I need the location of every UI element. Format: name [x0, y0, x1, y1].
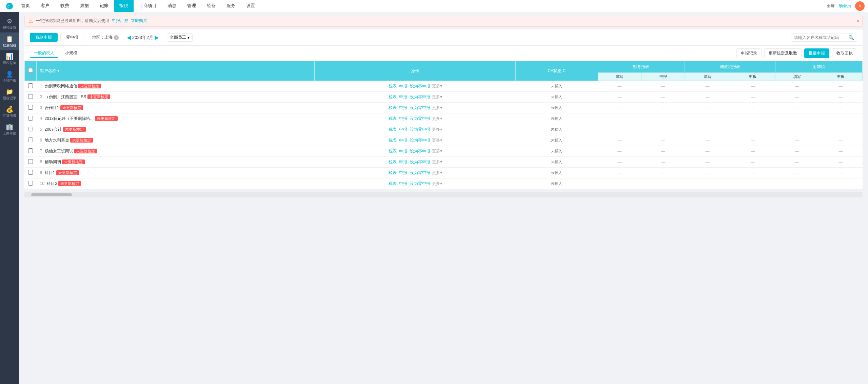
- cell-fin-fill: —: [598, 146, 641, 157]
- op-more[interactable]: 更多▾: [432, 149, 442, 153]
- avatar[interactable]: A: [855, 1, 865, 11]
- col-financial-report: 财务报表: [598, 61, 685, 73]
- row-checkbox[interactable]: [28, 94, 33, 99]
- cell-vat-dec: —: [730, 168, 775, 178]
- notice-close-btn[interactable]: ×: [856, 18, 860, 24]
- op-declare[interactable]: 申报: [399, 170, 407, 175]
- notice-text: 一键报税功能已过试用期，请购买后使用: [36, 18, 109, 24]
- row-checkbox[interactable]: [28, 83, 33, 88]
- row-checkbox[interactable]: [28, 170, 33, 175]
- op-zero-declare[interactable]: 设为零申报: [410, 127, 430, 132]
- tab-small-scale[interactable]: 小规模: [61, 49, 81, 58]
- sidebar-item-tax-record[interactable]: 📁 报税记录: [0, 85, 19, 103]
- op-tax-form[interactable]: 税表: [389, 159, 397, 164]
- region-info-icon[interactable]: i: [114, 35, 119, 40]
- op-more[interactable]: 更多▾: [432, 84, 442, 88]
- sidebar-item-tax-overview[interactable]: 📊 报税总览: [0, 50, 19, 68]
- row-checkbox[interactable]: [28, 159, 33, 164]
- cell-vat-fill: —: [685, 124, 730, 135]
- op-zero-declare[interactable]: 设为零申报: [410, 138, 430, 143]
- op-tax-form[interactable]: 税表: [389, 170, 397, 175]
- op-declare[interactable]: 申报: [399, 181, 407, 186]
- nav-client[interactable]: 客户: [35, 0, 55, 12]
- op-tax-form[interactable]: 税表: [389, 105, 397, 110]
- op-more[interactable]: 更多▾: [432, 170, 442, 175]
- history-btn[interactable]: 申报记录: [736, 48, 762, 58]
- select-all-checkbox[interactable]: [28, 68, 33, 73]
- nav-settings[interactable]: 设置: [241, 0, 260, 12]
- row-checkbox[interactable]: [28, 137, 33, 142]
- row-checkbox[interactable]: [28, 181, 33, 186]
- nav-message[interactable]: 消息: [162, 0, 182, 12]
- op-declare[interactable]: 申报: [399, 84, 407, 88]
- op-declare[interactable]: 申报: [399, 149, 407, 153]
- op-more[interactable]: 更多▾: [432, 116, 442, 121]
- row-checkbox[interactable]: [28, 105, 33, 110]
- op-tax-form[interactable]: 税表: [389, 84, 397, 88]
- nav-tax[interactable]: 报税: [114, 0, 134, 12]
- sidebar-item-batch-tax[interactable]: 📋 批量报税: [0, 33, 19, 50]
- op-declare[interactable]: 申报: [399, 105, 407, 110]
- month-next-btn[interactable]: ▶: [155, 34, 159, 41]
- cell-client-name: 2 （勿删）江西股宝-LSS 未更新核定: [37, 92, 315, 103]
- op-zero-declare[interactable]: 设为零申报: [410, 170, 430, 175]
- op-tax-form[interactable]: 税表: [389, 181, 397, 186]
- sidebar-item-personal-tax[interactable]: 👤 个税申报: [0, 68, 19, 85]
- search-icon[interactable]: 🔍: [848, 35, 854, 40]
- bottom-scrollbar[interactable]: [24, 192, 863, 197]
- sidebar-item-tax-settings[interactable]: ⚙ 报税设置: [0, 15, 19, 33]
- op-more[interactable]: 更多▾: [432, 181, 442, 186]
- nav-fee[interactable]: 收费: [55, 0, 75, 12]
- sidebar-item-annual-report[interactable]: 🏢 工商年报: [0, 121, 19, 138]
- tab-tax-declare[interactable]: 税款申报: [30, 33, 58, 42]
- sidebar-item-settlement[interactable]: 💰 汇算清缴: [0, 103, 19, 121]
- row-checkbox[interactable]: [28, 116, 33, 121]
- op-declare[interactable]: 申报: [399, 159, 407, 164]
- row-checkbox[interactable]: [28, 148, 33, 153]
- tab-zero-declare[interactable]: 零申报: [60, 33, 84, 42]
- fullscreen-btn[interactable]: 全屏: [827, 3, 835, 9]
- search-input[interactable]: [794, 35, 848, 40]
- op-more[interactable]: 更多▾: [432, 127, 442, 132]
- vip-btn[interactable]: 畅会员: [839, 3, 851, 9]
- op-zero-declare[interactable]: 设为零申报: [410, 116, 430, 121]
- batch-declare-btn[interactable]: 批量申报: [804, 48, 829, 58]
- op-declare[interactable]: 申报: [399, 94, 407, 99]
- op-tax-form[interactable]: 税表: [389, 138, 397, 143]
- op-declare[interactable]: 申报: [399, 138, 407, 143]
- op-zero-declare[interactable]: 设为零申报: [410, 84, 430, 88]
- nav-bookkeeping[interactable]: 记账: [94, 0, 114, 12]
- cell-vat-dec: —: [730, 178, 775, 189]
- op-zero-declare[interactable]: 设为零申报: [410, 159, 430, 164]
- month-prev-btn[interactable]: ◀: [127, 34, 131, 41]
- update-btn[interactable]: 更新统定及取数: [764, 48, 802, 58]
- op-declare[interactable]: 申报: [399, 116, 407, 121]
- op-declare[interactable]: 申报: [399, 127, 407, 132]
- op-more[interactable]: 更多▾: [432, 105, 442, 110]
- op-more[interactable]: 更多▾: [432, 138, 442, 143]
- notice-link1[interactable]: 申报汇整: [112, 18, 128, 24]
- notice-link2[interactable]: 立即购买: [131, 18, 147, 24]
- op-zero-declare[interactable]: 设为零申报: [410, 105, 430, 110]
- dept-select[interactable]: 全部员工 ▾: [167, 33, 193, 42]
- nav-operation[interactable]: 经营: [201, 0, 221, 12]
- nav-home[interactable]: 首页: [16, 0, 35, 12]
- tab-general-taxpayer[interactable]: 一般的税人: [30, 49, 58, 58]
- nav-invoice[interactable]: 票据: [75, 0, 94, 12]
- retrieve-btn[interactable]: 收取回执: [832, 48, 857, 58]
- op-more[interactable]: 更多▾: [432, 94, 442, 99]
- row-checkbox[interactable]: [28, 127, 33, 131]
- op-more[interactable]: 更多▾: [432, 159, 442, 164]
- nav-manage[interactable]: 管理: [182, 0, 201, 12]
- op-zero-declare[interactable]: 设为零申报: [410, 94, 430, 99]
- op-zero-declare[interactable]: 设为零申报: [410, 149, 430, 153]
- op-zero-declare[interactable]: 设为零申报: [410, 181, 430, 186]
- cell-operations: 税表 申报 设为零申报 更多▾: [315, 157, 516, 168]
- op-tax-form[interactable]: 税表: [389, 149, 397, 153]
- op-tax-form[interactable]: 税表: [389, 127, 397, 132]
- col-client-name: 客户名称 ▾: [37, 61, 315, 81]
- nav-service[interactable]: 服务: [221, 0, 241, 12]
- op-tax-form[interactable]: 税表: [389, 94, 397, 99]
- op-tax-form[interactable]: 税表: [389, 116, 397, 121]
- nav-biz[interactable]: 工商项目: [134, 0, 162, 12]
